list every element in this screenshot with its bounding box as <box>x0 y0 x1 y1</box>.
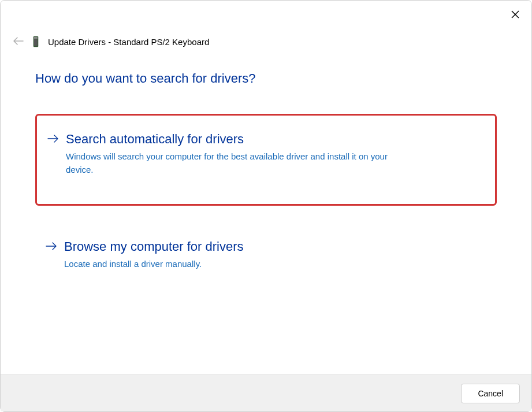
svg-rect-4 <box>34 39 38 46</box>
close-icon <box>511 10 519 18</box>
arrow-right-icon <box>47 133 59 145</box>
arrow-right-icon <box>46 241 57 253</box>
option-header: Browse my computer for drivers <box>46 239 485 254</box>
back-arrow-icon <box>13 36 24 48</box>
header-row: Update Drivers - Standard PS/2 Keyboard <box>1 1 531 48</box>
update-drivers-dialog: Update Drivers - Standard PS/2 Keyboard … <box>0 0 532 412</box>
option-search-automatically[interactable]: Search automatically for drivers Windows… <box>35 114 497 206</box>
main-question: How do you want to search for drivers? <box>35 71 497 86</box>
keyboard-icon <box>32 35 40 48</box>
options-area: Search automatically for drivers Windows… <box>35 114 497 284</box>
window-title: Update Drivers - Standard PS/2 Keyboard <box>48 37 209 47</box>
dialog-footer: Cancel <box>1 374 531 411</box>
content-area: How do you want to search for drivers? S… <box>1 48 531 374</box>
option-description: Windows will search your computer for th… <box>47 150 417 176</box>
cancel-button[interactable]: Cancel <box>461 384 520 403</box>
option-description: Locate and install a driver manually. <box>46 258 415 271</box>
option-browse-computer[interactable]: Browse my computer for drivers Locate an… <box>35 227 497 284</box>
option-title: Search automatically for drivers <box>66 132 244 147</box>
option-title: Browse my computer for drivers <box>64 239 244 254</box>
close-button[interactable] <box>508 8 522 21</box>
option-header: Search automatically for drivers <box>47 132 483 147</box>
svg-rect-3 <box>34 37 38 39</box>
